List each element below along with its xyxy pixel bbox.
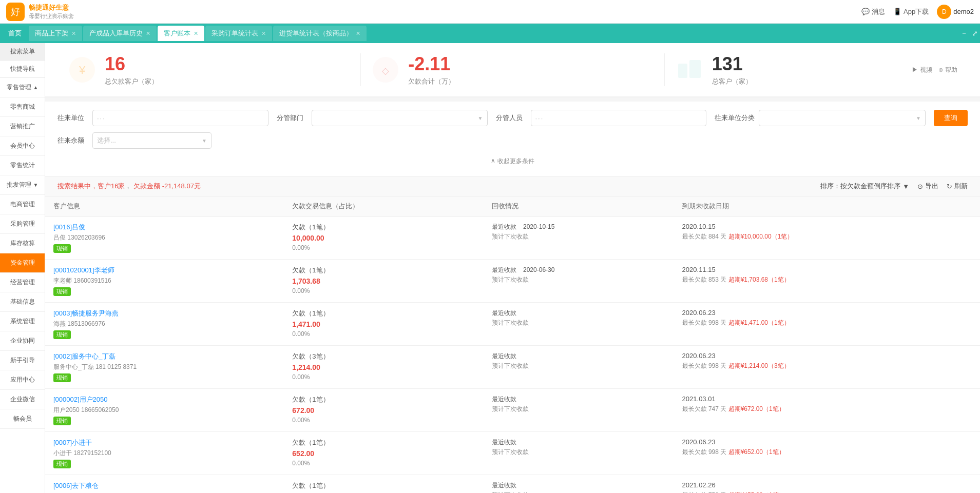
sidebar-item-marketing[interactable]: 营销推广 (0, 117, 45, 136)
sidebar-item-member-center[interactable]: 会员中心 (0, 136, 45, 156)
search-menu[interactable]: 搜索菜单 (0, 43, 45, 61)
customer-info-cell: [0006]去下粮仓 陈小帅 现销 (45, 475, 284, 494)
recent-collection: 最近收款 (492, 481, 666, 490)
sidebar-item-vip-member[interactable]: 畅会员 (0, 409, 45, 429)
debt-amount[interactable]: 652.00 (292, 449, 475, 458)
customer-info-cell: [000002]用户2050 用户2050 18665062050 现销 (45, 389, 284, 432)
help-btn[interactable]: ⊙ 帮助 (938, 66, 957, 74)
sidebar-item-purchase-mgmt[interactable]: 采购管理 (0, 214, 45, 234)
debt-info-cell: 欠款（1笔） 1,471.00 0.00% (284, 303, 483, 346)
overdue-amount[interactable]: 超期¥672.00（1笔） (728, 405, 785, 412)
sidebar-item-inventory-check[interactable]: 库存核算 (0, 234, 45, 253)
collapse-btn[interactable]: ∧ 收起更多条件 (57, 155, 968, 168)
due-date-cell: 2020.10.15 最长欠款 884 天 超期¥10,000.00（1笔） (674, 216, 980, 260)
chevron-up-icon: ∧ (491, 157, 495, 166)
tab-customer-account[interactable]: 客户账本 ✕ (158, 26, 204, 41)
due-date-value: 2020.10.15 (682, 223, 972, 230)
stat-actions: ▶ 视频 ⊙ 帮助 (912, 66, 957, 74)
customer-name[interactable]: [0006]去下粮仓 (53, 481, 276, 490)
export-btn[interactable]: ⊙ 导出 (917, 182, 938, 191)
tab-product-shelf[interactable]: 商品上下架 ✕ (29, 26, 82, 41)
customer-name[interactable]: [0007]小进干 (53, 438, 276, 447)
tab-bar: 首页 商品上下架 ✕ 产成品入库单历史 ✕ 客户账本 ✕ 采购订单统计表 ✕ 进… (0, 24, 980, 43)
maximize-icon[interactable]: ⤢ (972, 29, 978, 37)
stat-debt-customers: ¥ 16 总欠款客户（家） (57, 53, 361, 86)
sidebar-item-ecommerce[interactable]: 电商管理 (0, 195, 45, 214)
top-header: 好 畅捷通好生意 母婴行业演示账套 💬 消息 📱 App下载 D demo2 (0, 0, 980, 24)
sidebar-item-ops-mgmt[interactable]: 经营管理 (0, 273, 45, 292)
customer-name[interactable]: [000002]用户2050 (53, 395, 276, 404)
sidebar-item-enterprise-collab[interactable]: 企业协同 (0, 331, 45, 351)
customer-tag: 现销 (53, 244, 71, 253)
overdue-days: 最长欠款 998 天 超期¥1,471.00（1笔） (682, 319, 972, 327)
overdue-days: 最长欠款 747 天 超期¥672.00（1笔） (682, 405, 972, 413)
due-date-cell: 2020.06.23 最长欠款 998 天 超期¥1,471.00（1笔） (674, 303, 980, 346)
customer-name[interactable]: [0003]畅捷服务尹海燕 (53, 309, 276, 318)
sidebar-item-new-guide[interactable]: 新手引导 (0, 351, 45, 370)
unit-category-input[interactable]: ▼ (759, 110, 926, 126)
video-btn[interactable]: ▶ 视频 (912, 66, 932, 74)
close-icon[interactable]: ✕ (261, 30, 266, 37)
debt-amount[interactable]: 1,214.00 (292, 363, 475, 371)
tab-production-history[interactable]: 产成品入库单历史 ✕ (83, 26, 157, 41)
customer-name[interactable]: [0016]吕俊 (53, 223, 276, 232)
customer-tag: 现销 (53, 373, 71, 382)
sidebar-item-batch-mgmt[interactable]: 批发管理 ▼ (0, 175, 45, 195)
close-icon[interactable]: ✕ (146, 30, 150, 37)
balance-input[interactable]: 选择... ▼ (92, 132, 212, 149)
stat-total-customers-info: 131 总客户（家） (712, 53, 752, 86)
sidebar-item-enterprise-wechat[interactable]: 企业微信 (0, 390, 45, 409)
next-collection: 预计下次收款 (492, 232, 666, 241)
manager-label: 分管人员 (496, 113, 527, 123)
sidebar: 搜索菜单 快捷导航 零售管理 ▲ 零售商城 营销推广 会员中心 零售统计 批发管… (0, 43, 45, 493)
tab-home[interactable]: 首页 (2, 26, 28, 41)
table-row: [0006]去下粮仓 陈小帅 现销 欠款（1笔） 455.90 0.00% 最近… (45, 475, 980, 494)
department-input[interactable]: ▼ (312, 110, 488, 126)
customer-name[interactable]: [0002]服务中心_丁磊 (53, 352, 276, 361)
search-button[interactable]: 查询 (934, 110, 968, 126)
debt-amount[interactable]: 672.00 (292, 406, 475, 415)
svg-text:◇: ◇ (382, 66, 389, 76)
next-collection: 预计下次收款 (492, 362, 666, 370)
sidebar-item-finance-mgmt[interactable]: 资金管理 (0, 253, 45, 273)
close-icon[interactable]: ✕ (356, 30, 360, 37)
debt-amount[interactable]: 1,471.00 (292, 320, 475, 328)
sidebar-item-app-center[interactable]: 应用中心 (0, 370, 45, 390)
sidebar-item-retail-stats[interactable]: 零售统计 (0, 156, 45, 175)
next-collection: 预计下次收款 (492, 405, 666, 413)
sidebar-item-basic-info[interactable]: 基础信息 (0, 292, 45, 312)
overdue-amount[interactable]: 超期¥1,703.68（1笔） (728, 276, 790, 283)
return-status-cell: 最近收款 预计下次收款 (484, 346, 674, 389)
avatar: D (937, 5, 951, 19)
close-icon[interactable]: ✕ (71, 30, 76, 37)
svg-text:¥: ¥ (79, 64, 86, 76)
overdue-amount[interactable]: 超期¥10,000.00（1笔） (728, 233, 794, 240)
overdue-amount[interactable]: 超期¥652.00（1笔） (728, 448, 785, 456)
overdue-amount[interactable]: 超期¥1,214.00（3笔） (728, 362, 790, 369)
col-customer-info: 客户信息 (45, 196, 284, 216)
close-icon[interactable]: ✕ (194, 30, 198, 37)
sidebar-item-system-mgmt[interactable]: 系统管理 (0, 312, 45, 331)
manager-input[interactable]: ··· (531, 110, 707, 126)
sidebar-item-retail-mgmt[interactable]: 零售管理 ▲ (0, 78, 45, 97)
customer-name[interactable]: [0001020001]李老师 (53, 266, 276, 275)
sidebar-item-retail-mall[interactable]: 零售商城 (0, 97, 45, 117)
customer-tag: 现销 (53, 417, 71, 425)
quick-nav[interactable]: 快捷导航 (0, 61, 45, 78)
tab-purchase-order-summary[interactable]: 采购订单统计表 ✕ (205, 26, 272, 41)
debt-amount[interactable]: 10,000.00 (292, 234, 475, 242)
minimize-icon[interactable]: － (960, 29, 968, 38)
refresh-btn[interactable]: ↻ 刷新 (947, 182, 968, 191)
debt-amount[interactable]: 1,703.68 (292, 277, 475, 285)
overdue-amount[interactable]: 超期¥1,471.00（1笔） (728, 319, 790, 326)
debt-customers-label: 总欠款客户（家） (105, 77, 158, 86)
user-avatar-btn[interactable]: D demo2 (937, 5, 974, 19)
sort-select[interactable]: 排序：按欠款金额倒序排序 ▼ (820, 182, 909, 191)
messages-btn[interactable]: 💬 消息 (861, 7, 885, 16)
tab-purchase-stats-product[interactable]: 进货单统计表（按商品） ✕ (273, 26, 367, 41)
col-return-status: 回收情况 (484, 196, 674, 216)
department-filter: 分管部门 ▼ (277, 110, 488, 126)
overdue-days: 最长欠款 853 天 超期¥1,703.68（1笔） (682, 275, 972, 284)
app-download-btn[interactable]: 📱 App下载 (893, 7, 929, 16)
source-unit-input[interactable]: ··· (92, 110, 268, 126)
